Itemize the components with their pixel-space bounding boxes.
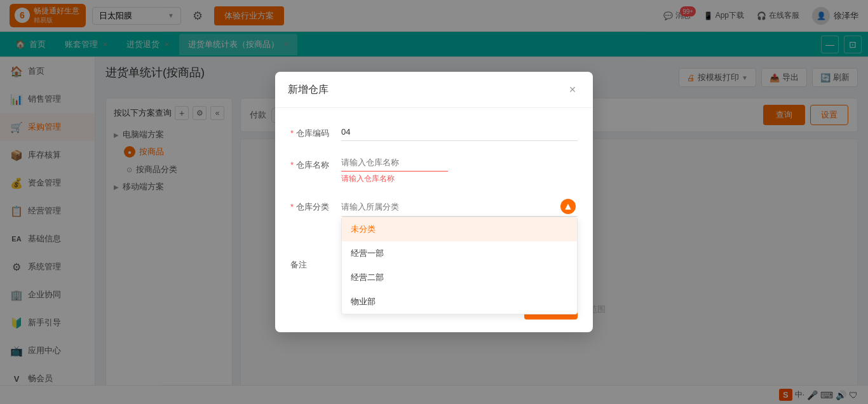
warehouse-category-row: 仓库分类 ▲ 未分类 经营一部 经营二部 物业部 — [290, 197, 578, 217]
warehouse-name-input-row: 仓库名称 — [290, 154, 448, 172]
warehouse-code-input[interactable] — [341, 123, 578, 141]
modal-title: 新增仓库 — [288, 83, 329, 97]
add-warehouse-modal: 新增仓库 × 仓库编码 仓库名称 请输入仓库名称 — [275, 72, 593, 332]
remark-label: 备注 — [290, 255, 341, 271]
category-input-row: ▲ — [341, 197, 578, 217]
warehouse-category-label: 仓库分类 — [290, 197, 341, 213]
category-dropdown: 未分类 经营一部 经营二部 物业部 — [341, 217, 578, 314]
warehouse-name-error-msg: 请输入仓库名称 — [341, 173, 395, 184]
chevron-up-icon: ▲ — [560, 199, 576, 214]
category-toggle-btn[interactable]: ▲ — [559, 197, 578, 216]
dropdown-item-dept2[interactable]: 经营二部 — [342, 266, 577, 290]
category-input[interactable] — [341, 198, 559, 215]
warehouse-name-row: 仓库名称 请输入仓库名称 — [290, 154, 578, 184]
modal-body: 仓库编码 仓库名称 请输入仓库名称 仓库分类 — [275, 108, 593, 290]
modal-header: 新增仓库 × — [275, 72, 593, 108]
modal-overlay: 新增仓库 × 仓库编码 仓库名称 请输入仓库名称 — [0, 0, 868, 404]
warehouse-code-wrapper — [341, 123, 578, 141]
warehouse-name-input[interactable] — [341, 154, 448, 172]
dropdown-item-dept1[interactable]: 经营一部 — [342, 241, 577, 266]
dropdown-item-dept3[interactable]: 物业部 — [342, 290, 577, 314]
warehouse-code-label: 仓库编码 — [290, 123, 341, 139]
warehouse-name-label: 仓库名称 — [290, 155, 341, 171]
warehouse-code-row: 仓库编码 — [290, 123, 578, 141]
dropdown-item-unclassified[interactable]: 未分类 — [342, 217, 577, 241]
warehouse-category-wrapper: ▲ 未分类 经营一部 经营二部 物业部 — [341, 197, 578, 217]
warehouse-name-wrapper — [341, 154, 448, 172]
modal-close-btn[interactable]: × — [565, 82, 580, 97]
